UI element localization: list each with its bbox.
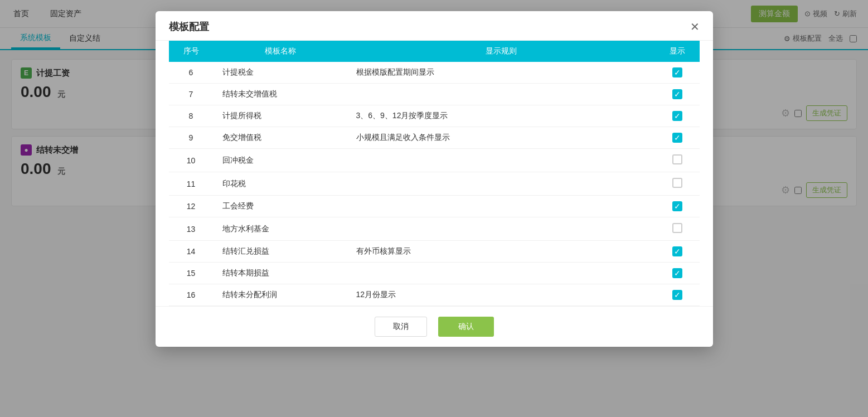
row-checkbox-cell: ✓ bbox=[655, 105, 700, 127]
table-row: 14 结转汇兑损益 有外币核算显示 ✓ bbox=[169, 241, 700, 263]
modal-overlay: 模板配置 ✕ 序号 模板名称 显示规则 显示 6 计提税金 根据模版配置期间显示 bbox=[0, 0, 868, 417]
row-name: 结转未交增值税 bbox=[214, 84, 347, 105]
row-checkbox-cell: ✓ bbox=[655, 263, 700, 284]
row-checkbox[interactable]: ✓ bbox=[672, 133, 682, 143]
row-checkbox[interactable]: ✓ bbox=[672, 67, 682, 77]
row-checkbox[interactable]: ✓ bbox=[672, 246, 682, 256]
row-seq: 15 bbox=[169, 263, 214, 284]
modal-header: 模板配置 ✕ bbox=[156, 11, 713, 41]
row-checkbox[interactable]: ✓ bbox=[672, 111, 682, 121]
row-checkbox[interactable] bbox=[672, 178, 682, 188]
col-name: 模板名称 bbox=[214, 41, 347, 62]
table-row: 8 计提所得税 3、6、9、12月按季度显示 ✓ bbox=[169, 105, 700, 127]
table-row: 9 免交增值税 小规模且满足收入条件显示 ✓ bbox=[169, 127, 700, 149]
row-seq: 9 bbox=[169, 127, 214, 149]
row-name: 印花税 bbox=[214, 172, 347, 196]
row-name: 结转汇兑损益 bbox=[214, 241, 347, 263]
row-checkbox-cell: ✓ bbox=[655, 284, 700, 306]
row-checkbox[interactable]: ✓ bbox=[672, 201, 682, 211]
modal: 模板配置 ✕ 序号 模板名称 显示规则 显示 6 计提税金 根据模版配置期间显示 bbox=[156, 11, 713, 347]
row-name: 结转未分配利润 bbox=[214, 284, 347, 306]
table-row: 11 印花税 bbox=[169, 172, 700, 196]
row-seq: 16 bbox=[169, 284, 214, 306]
row-name: 回冲税金 bbox=[214, 149, 347, 172]
modal-close-button[interactable]: ✕ bbox=[690, 21, 700, 32]
row-rule bbox=[347, 84, 655, 105]
row-name: 地方水利基金 bbox=[214, 217, 347, 241]
row-checkbox[interactable] bbox=[672, 154, 682, 164]
col-show: 显示 bbox=[655, 41, 700, 62]
table-row: 12 工会经费 ✓ bbox=[169, 196, 700, 217]
row-rule bbox=[347, 172, 655, 196]
row-seq: 7 bbox=[169, 84, 214, 105]
row-checkbox-cell bbox=[655, 172, 700, 196]
table-row: 10 回冲税金 bbox=[169, 149, 700, 172]
table-row: 6 计提税金 根据模版配置期间显示 ✓ bbox=[169, 62, 700, 84]
row-rule bbox=[347, 149, 655, 172]
row-name: 计提税金 bbox=[214, 62, 347, 84]
row-rule bbox=[347, 263, 655, 284]
row-seq: 8 bbox=[169, 105, 214, 127]
row-rule bbox=[347, 196, 655, 217]
row-seq: 10 bbox=[169, 149, 214, 172]
table-row: 7 结转未交增值税 ✓ bbox=[169, 84, 700, 105]
table-row: 15 结转本期损益 ✓ bbox=[169, 263, 700, 284]
row-name: 结转本期损益 bbox=[214, 263, 347, 284]
row-checkbox-cell bbox=[655, 149, 700, 172]
row-checkbox-cell: ✓ bbox=[655, 241, 700, 263]
row-checkbox-cell bbox=[655, 217, 700, 241]
row-seq: 6 bbox=[169, 62, 214, 84]
config-table: 序号 模板名称 显示规则 显示 6 计提税金 根据模版配置期间显示 ✓ 7 结转… bbox=[169, 41, 700, 306]
table-row: 16 结转未分配利润 12月份显示 ✓ bbox=[169, 284, 700, 306]
row-name: 工会经费 bbox=[214, 196, 347, 217]
row-name: 计提所得税 bbox=[214, 105, 347, 127]
row-checkbox[interactable]: ✓ bbox=[672, 89, 682, 99]
row-rule: 有外币核算显示 bbox=[347, 241, 655, 263]
row-checkbox-cell: ✓ bbox=[655, 127, 700, 149]
col-rule: 显示规则 bbox=[347, 41, 655, 62]
row-rule: 根据模版配置期间显示 bbox=[347, 62, 655, 84]
row-rule: 小规模且满足收入条件显示 bbox=[347, 127, 655, 149]
row-seq: 12 bbox=[169, 196, 214, 217]
row-name: 免交增值税 bbox=[214, 127, 347, 149]
row-checkbox-cell: ✓ bbox=[655, 196, 700, 217]
row-checkbox-cell: ✓ bbox=[655, 62, 700, 84]
confirm-button[interactable]: 确认 bbox=[438, 317, 494, 337]
col-seq: 序号 bbox=[169, 41, 214, 62]
cancel-button[interactable]: 取消 bbox=[375, 317, 427, 337]
row-seq: 14 bbox=[169, 241, 214, 263]
row-checkbox[interactable]: ✓ bbox=[672, 290, 682, 300]
row-rule bbox=[347, 217, 655, 241]
modal-title: 模板配置 bbox=[169, 20, 209, 33]
row-rule: 12月份显示 bbox=[347, 284, 655, 306]
row-seq: 11 bbox=[169, 172, 214, 196]
row-seq: 13 bbox=[169, 217, 214, 241]
modal-footer: 取消 确认 bbox=[156, 306, 713, 347]
row-checkbox[interactable] bbox=[672, 223, 682, 233]
row-rule: 3、6、9、12月按季度显示 bbox=[347, 105, 655, 127]
table-row: 13 地方水利基金 bbox=[169, 217, 700, 241]
row-checkbox-cell: ✓ bbox=[655, 84, 700, 105]
modal-body: 序号 模板名称 显示规则 显示 6 计提税金 根据模版配置期间显示 ✓ 7 结转… bbox=[156, 41, 713, 306]
row-checkbox[interactable]: ✓ bbox=[672, 268, 682, 278]
